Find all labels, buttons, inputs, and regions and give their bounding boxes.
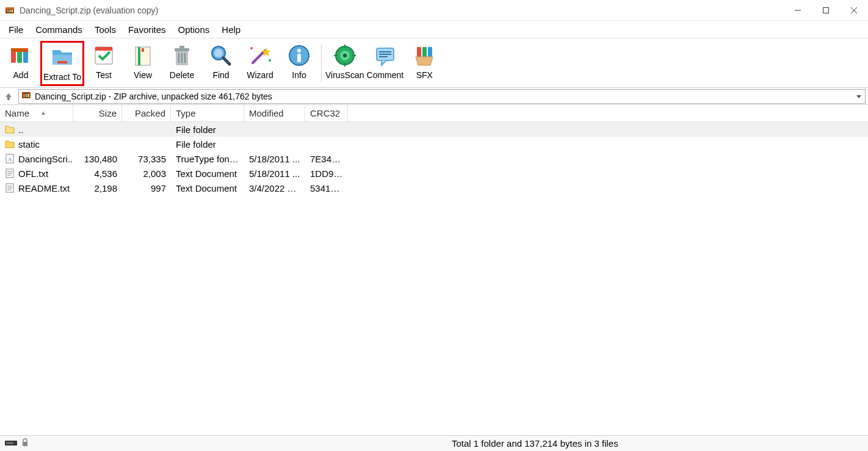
find-button[interactable]: Find (201, 41, 241, 82)
svg-point-33 (297, 49, 301, 52)
test-icon (90, 42, 117, 69)
column-type[interactable]: Type (171, 105, 244, 121)
maximize-button[interactable] (812, 1, 840, 20)
file-packed: 2,003 (122, 168, 171, 179)
svg-rect-34 (297, 54, 301, 62)
sfx-label: SFX (416, 70, 433, 80)
file-type: Text Document (171, 183, 244, 193)
view-button[interactable]: View (123, 41, 162, 82)
add-icon (7, 42, 34, 69)
comment-label: Comment (367, 70, 404, 80)
add-label: Add (13, 70, 29, 80)
path-text: Dancing_Script.zip - ZIP archive, unpack… (35, 92, 272, 101)
svg-rect-21 (179, 46, 184, 49)
statusbar: Total 1 folder and 137,214 bytes in 3 fi… (0, 435, 868, 451)
svg-line-27 (223, 58, 230, 64)
column-size[interactable]: Size (73, 105, 122, 121)
file-name: README.txt (18, 183, 70, 193)
file-crc: 7E3400... (305, 154, 348, 164)
svg-rect-1 (5, 7, 14, 9)
file-row[interactable]: ..File folder (0, 122, 868, 137)
virusscan-button[interactable]: VirusScan (324, 41, 366, 82)
find-label: Find (212, 70, 229, 80)
menu-options[interactable]: Options (172, 22, 216, 37)
folder-up-icon (5, 124, 15, 134)
path-input[interactable]: Dancing_Script.zip - ZIP archive, unpack… (18, 89, 866, 104)
column-header: Name ▲ Size Packed Type Modified CRC32 (0, 105, 868, 122)
wizard-icon (247, 42, 273, 69)
file-type: TrueType font f... (171, 154, 244, 164)
column-modified-label: Modified (249, 108, 284, 118)
svg-point-37 (343, 54, 347, 57)
file-list[interactable]: ..File folderstaticFile folderADancingSc… (0, 122, 868, 435)
svg-rect-12 (11, 48, 28, 52)
minimize-button[interactable] (784, 1, 812, 20)
view-icon (129, 42, 156, 69)
lock-icon[interactable] (21, 438, 29, 449)
column-crc32[interactable]: CRC32 (305, 105, 348, 121)
svg-rect-6 (823, 7, 829, 13)
dropdown-icon[interactable] (855, 92, 863, 103)
file-type: Text Document (171, 168, 244, 179)
svg-rect-15 (95, 47, 112, 51)
menu-commands[interactable]: Commands (29, 22, 89, 37)
virusscan-label: VirusScan (325, 70, 364, 80)
svg-rect-65 (23, 442, 27, 446)
file-crc: 5341E7... (305, 183, 348, 193)
status-text: Total 1 folder and 137,214 bytes in 3 fi… (452, 438, 618, 449)
svg-rect-13 (57, 61, 67, 63)
test-button[interactable]: Test (84, 41, 123, 82)
file-modified: 3/4/2022 7:... (244, 183, 305, 193)
file-modified: 5/18/2011 ... (244, 154, 305, 164)
file-row[interactable]: OFL.txt4,5362,003Text Document5/18/2011 … (0, 166, 868, 181)
extract-to-button[interactable]: Extract To (40, 41, 84, 86)
delete-button[interactable]: Delete (162, 41, 201, 82)
comment-icon (372, 42, 399, 69)
close-button[interactable] (840, 1, 868, 20)
test-label: Test (96, 70, 112, 80)
svg-text:A: A (8, 156, 12, 162)
menu-file[interactable]: File (2, 22, 29, 37)
file-packed: 997 (122, 183, 171, 193)
wizard-button[interactable]: Wizard (241, 41, 280, 82)
comment-button[interactable]: Comment (366, 41, 405, 82)
info-label: Info (292, 70, 306, 80)
find-icon (208, 42, 234, 69)
extract-to-label: Extract To (43, 72, 81, 82)
svg-rect-52 (28, 94, 29, 97)
svg-rect-47 (422, 47, 427, 57)
extract-to-icon (49, 44, 76, 71)
file-crc: 1DD9B... (305, 168, 348, 179)
file-row[interactable]: README.txt2,198997Text Document3/4/2022 … (0, 181, 868, 195)
titlebar: Dancing_Script.zip (evaluation copy) (0, 0, 868, 21)
file-name: DancingScri... (18, 154, 73, 164)
file-row[interactable]: staticFile folder (0, 137, 868, 151)
file-name: OFL.txt (18, 168, 48, 179)
text-file-icon (5, 168, 15, 178)
winrar-app-icon (5, 5, 15, 15)
up-button[interactable] (2, 90, 15, 103)
file-row[interactable]: ADancingScri...130,48073,335TrueType fon… (0, 151, 868, 166)
delete-icon (168, 42, 195, 69)
file-size: 130,480 (73, 154, 122, 164)
info-button[interactable]: Info (280, 41, 319, 82)
text-file-icon (5, 183, 15, 193)
file-size: 4,536 (73, 168, 122, 179)
menu-tools[interactable]: Tools (89, 22, 122, 37)
menu-favorites[interactable]: Favorites (122, 22, 172, 37)
column-size-label: Size (99, 108, 117, 118)
pathbar: Dancing_Script.zip - ZIP archive, unpack… (0, 88, 868, 105)
window-controls (784, 1, 868, 20)
font-file-icon: A (5, 154, 15, 164)
add-button[interactable]: Add (1, 41, 40, 82)
disk-icon[interactable] (5, 438, 17, 449)
file-type: File folder (171, 139, 244, 150)
menu-help[interactable]: Help (215, 22, 247, 37)
file-type: File folder (171, 124, 244, 135)
sfx-button[interactable]: SFX (405, 41, 444, 82)
svg-rect-64 (6, 442, 13, 444)
column-modified[interactable]: Modified (244, 105, 305, 121)
column-name[interactable]: Name ▲ (0, 105, 73, 121)
column-packed[interactable]: Packed (122, 105, 171, 121)
info-icon (286, 42, 313, 69)
